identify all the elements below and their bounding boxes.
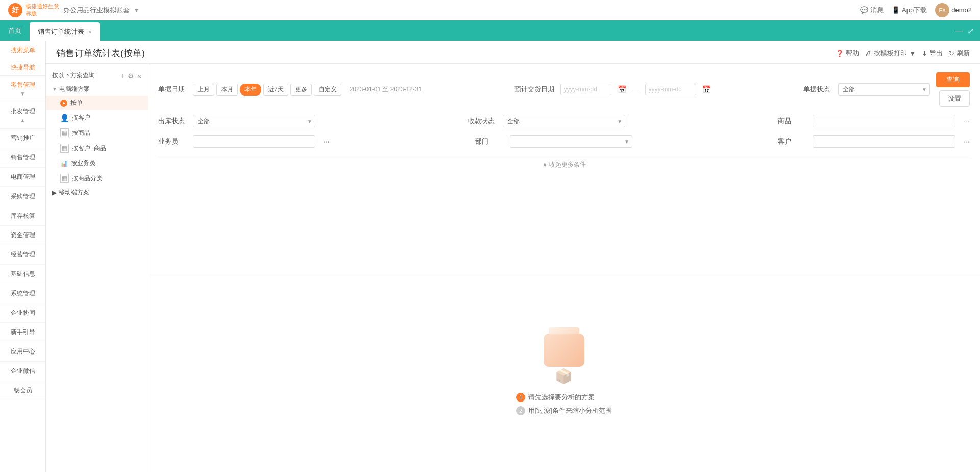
- app-download-icon: 📱: [892, 6, 900, 14]
- print-dropdown-icon[interactable]: ▼: [909, 50, 916, 57]
- scheme-setting-icon[interactable]: ⚙: [128, 72, 134, 80]
- department-select[interactable]: [510, 135, 632, 148]
- date-btn-7days[interactable]: 近7天: [263, 84, 288, 96]
- filter-action-col: 查询 设置: [936, 72, 970, 107]
- sidebar-search[interactable]: 搜索菜单: [0, 41, 45, 60]
- salesperson-more-icon[interactable]: ···: [324, 137, 330, 146]
- sidebar-item-member[interactable]: 畅会员: [0, 381, 45, 400]
- sidebar-item-ecommerce[interactable]: 电商管理: [0, 168, 45, 187]
- collapse-bar[interactable]: ∧ 收起更多条件: [158, 156, 970, 173]
- tab-sales-report[interactable]: 销售订单统计表 ×: [30, 22, 100, 41]
- scheme-item-by-salesperson[interactable]: 📊 按业务员: [46, 156, 148, 171]
- scheme-item-by-order[interactable]: ● 按单: [46, 96, 148, 110]
- bar-chart-icon: 📊: [60, 160, 68, 167]
- tab-close-icon[interactable]: ×: [88, 29, 91, 35]
- app-download-button[interactable]: 📱 App下载: [892, 6, 927, 15]
- app-dropdown-arrow[interactable]: ▼: [134, 7, 139, 13]
- sidebar-item-sales[interactable]: 销售管理: [0, 148, 45, 168]
- filter-row-1: 单据日期 上月 本月 本年 近7天 更多 自定义 2023-01-01 至 20…: [158, 72, 970, 107]
- scheme-item-by-customer[interactable]: 👤 按客户: [46, 110, 148, 125]
- scheme-item-by-goods[interactable]: ▦ 按商品: [46, 125, 148, 140]
- date-btn-custom[interactable]: 自定义: [314, 84, 341, 96]
- refresh-button[interactable]: ↻ 刷新: [949, 49, 970, 58]
- tab-home[interactable]: 首页: [0, 20, 30, 41]
- sidebar-item-marketing[interactable]: 营销推广: [0, 129, 45, 148]
- scheme-collapse-icon[interactable]: «: [137, 72, 141, 80]
- sidebar-item-operations[interactable]: 经营管理: [0, 245, 45, 265]
- sidebar-item-appcenter[interactable]: 应用中心: [0, 342, 45, 362]
- sidebar-item-enterprise[interactable]: 企业协同: [0, 303, 45, 323]
- pay-status-select-wrapper: 全部 未收款 部分收款 全部收款 ▼: [503, 115, 625, 127]
- pay-status-select[interactable]: 全部 未收款 部分收款 全部收款: [503, 115, 625, 127]
- mobile-arrow-icon: ▶: [52, 189, 57, 196]
- scheme-add-icon[interactable]: +: [120, 72, 125, 80]
- tab-minimize-icon[interactable]: —: [955, 26, 963, 35]
- hint-num-2: 2: [516, 406, 525, 415]
- message-button[interactable]: 💬 消息: [860, 6, 884, 15]
- salesperson-input[interactable]: [193, 135, 315, 148]
- customer-label: 客户: [778, 137, 806, 146]
- cal-from-icon[interactable]: 📅: [618, 85, 626, 93]
- scheme-item-by-customer-goods[interactable]: ▦ 按客户+商品: [46, 140, 148, 156]
- ship-status-label: 出库状态: [158, 116, 187, 126]
- sidebar-item-basic[interactable]: 基础信息: [0, 265, 45, 284]
- empty-box-lid: [549, 327, 579, 335]
- filter-area: 单据日期 上月 本月 本年 近7天 更多 自定义 2023-01-01 至 20…: [148, 64, 980, 276]
- cal-to-icon[interactable]: 📅: [702, 85, 711, 93]
- top-bar: 好 畅捷通好生意 标版 办公用品行业模拟账套 ▼ 💬 消息 📱 App下载 Ea: [0, 0, 980, 20]
- top-bar-left: 好 畅捷通好生意 标版 办公用品行业模拟账套 ▼: [8, 3, 139, 17]
- customer-input[interactable]: [813, 135, 955, 148]
- table-icon: ▦: [60, 128, 69, 137]
- date-btn-this-month[interactable]: 本月: [216, 84, 238, 96]
- date-btn-last-month[interactable]: 上月: [193, 84, 214, 96]
- status-select[interactable]: 全部 待审核 已审核 已关闭: [838, 83, 930, 96]
- sidebar-item-purchase[interactable]: 采购管理: [0, 187, 45, 206]
- goods-input[interactable]: [813, 115, 955, 127]
- ship-status-select[interactable]: 全部 未出库 部分出库 全部出库: [193, 115, 315, 127]
- goods-more-icon[interactable]: ···: [964, 117, 970, 125]
- expected-date-to-input[interactable]: [645, 84, 696, 95]
- results-section: 📦 1 请先选择要分析的方案 2 用[过滤]条件来缩小分析范围: [148, 276, 980, 472]
- tab-bar-controls: — ⤢: [955, 26, 980, 36]
- help-button[interactable]: ❓ 帮助: [836, 49, 859, 58]
- sidebar-item-wholesale[interactable]: 批发管理 ▲: [0, 102, 45, 129]
- salesperson-label: 业务员: [158, 137, 187, 146]
- date-btn-this-year[interactable]: 本年: [240, 84, 261, 96]
- customer-more-icon[interactable]: ···: [964, 137, 970, 146]
- app-container: 好 畅捷通好生意 标版 办公用品行业模拟账套 ▼ 💬 消息 📱 App下载 Ea: [0, 0, 980, 472]
- sidebar-item-system[interactable]: 系统管理: [0, 284, 45, 303]
- category-arrow-icon: ▼: [52, 86, 57, 92]
- tab-maximize-icon[interactable]: ⤢: [967, 26, 974, 36]
- print-button[interactable]: 🖨 按模板打印 ▼: [865, 49, 916, 58]
- empty-state: 📦 1 请先选择要分析的方案 2 用[过滤]条件来缩小分析范围: [496, 276, 632, 472]
- status-label: 单据状态: [803, 85, 832, 94]
- top-bar-right: 💬 消息 📱 App下载 Ea demo2: [860, 3, 972, 17]
- sidebar-item-wechat[interactable]: 企业微信: [0, 362, 45, 381]
- page-area: 销售订单统计表(按单) ❓ 帮助 🖨 按模板打印 ▼ ⬇ 导出: [46, 41, 980, 472]
- expected-date-label: 预计交货日期: [514, 85, 554, 94]
- user-area[interactable]: Ea demo2: [935, 3, 972, 17]
- sidebar-item-retail[interactable]: 零售管理 ▼: [0, 76, 45, 102]
- sidebar-item-finance[interactable]: 资金管理: [0, 226, 45, 245]
- sidebar-item-guide[interactable]: 新手引导: [0, 323, 45, 342]
- query-button[interactable]: 查询: [936, 72, 970, 87]
- tab-bar: 首页 销售订单统计表 × — ⤢: [0, 20, 980, 41]
- department-select-wrapper: ▼: [510, 135, 632, 148]
- export-icon: ⬇: [922, 50, 927, 57]
- mobile-section[interactable]: ▶ 移动端方案: [46, 186, 148, 199]
- settings-button[interactable]: 设置: [939, 90, 970, 107]
- date-btn-more[interactable]: 更多: [290, 84, 312, 96]
- sidebar-item-inventory[interactable]: 库存核算: [0, 206, 45, 226]
- expected-date-from-input[interactable]: [560, 84, 611, 95]
- logo-text: 畅捷通好生意 标版: [26, 3, 59, 16]
- status-select-wrapper: 全部 待审核 已审核 已关闭 ▼: [838, 83, 930, 96]
- circle-icon: ●: [60, 100, 67, 107]
- scheme-item-by-goods-category[interactable]: ▦ 按商品分类: [46, 171, 148, 186]
- refresh-icon: ↻: [949, 50, 954, 57]
- sidebar: 搜索菜单 快捷导航 零售管理 ▼ 批发管理 ▲ 营销推广 销售管理 电商管理 采…: [0, 41, 46, 472]
- scheme-panel-icons: + ⚙ «: [120, 72, 141, 80]
- empty-box-icon: 📦: [533, 368, 595, 385]
- sidebar-quick-nav[interactable]: 快捷导航: [0, 60, 45, 76]
- export-button[interactable]: ⬇ 导出: [922, 49, 943, 58]
- date-buttons: 上月 本月 本年 近7天 更多 自定义: [193, 84, 341, 96]
